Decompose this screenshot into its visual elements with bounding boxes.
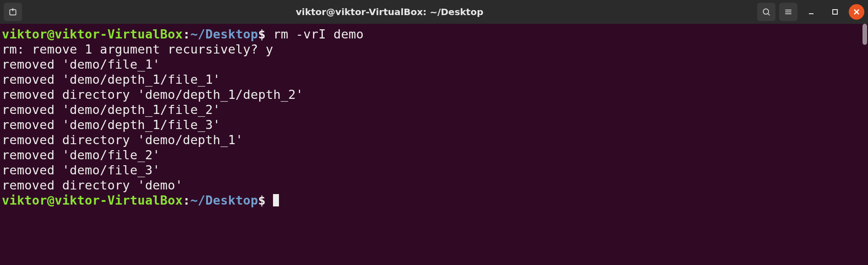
window-title: viktor@viktor-VirtualBox: ~/Desktop <box>22 6 757 17</box>
svg-point-3 <box>763 9 769 14</box>
prompt-path: ~/Desktop <box>190 193 258 207</box>
prompt-symbol: $ <box>258 193 266 207</box>
svg-rect-9 <box>833 10 837 14</box>
window-titlebar: viktor@viktor-VirtualBox: ~/Desktop <box>0 0 868 24</box>
output-line: removed directory 'demo/depth_1/depth_2' <box>2 87 303 102</box>
scrollbar[interactable] <box>862 24 868 265</box>
output-line: rm: remove 1 argument recursively? y <box>2 42 273 56</box>
output-line: removed 'demo/file_1' <box>2 57 160 71</box>
output-line: removed 'demo/file_2' <box>2 148 160 162</box>
prompt-user-host: viktor@viktor-VirtualBox <box>2 27 183 41</box>
minimize-button[interactable] <box>801 2 821 22</box>
output-line: removed 'demo/depth_1/file_2' <box>2 103 220 117</box>
new-tab-button[interactable] <box>4 3 22 21</box>
terminal-cursor <box>273 194 279 206</box>
search-button[interactable] <box>757 3 775 21</box>
output-line: removed 'demo/depth_1/file_3' <box>2 118 220 132</box>
output-line: removed directory 'demo/depth_1' <box>2 133 243 147</box>
prompt-colon: : <box>183 193 190 207</box>
prompt-user-host: viktor@viktor-VirtualBox <box>2 193 183 207</box>
menu-button[interactable] <box>779 3 797 21</box>
maximize-button[interactable] <box>825 2 845 22</box>
prompt-colon: : <box>183 27 190 41</box>
svg-line-4 <box>768 14 770 16</box>
scrollbar-thumb[interactable] <box>863 24 867 45</box>
terminal-output[interactable]: viktor@viktor-VirtualBox:~/Desktop$ rm -… <box>0 24 868 265</box>
close-button[interactable] <box>849 4 864 20</box>
command-text: rm -vrI demo <box>266 27 364 41</box>
output-line: removed 'demo/depth_1/file_1' <box>2 72 220 87</box>
prompt-symbol: $ <box>258 27 266 41</box>
output-line: removed directory 'demo' <box>2 178 183 192</box>
prompt-path: ~/Desktop <box>190 27 258 41</box>
output-line: removed 'demo/file_3' <box>2 163 160 177</box>
